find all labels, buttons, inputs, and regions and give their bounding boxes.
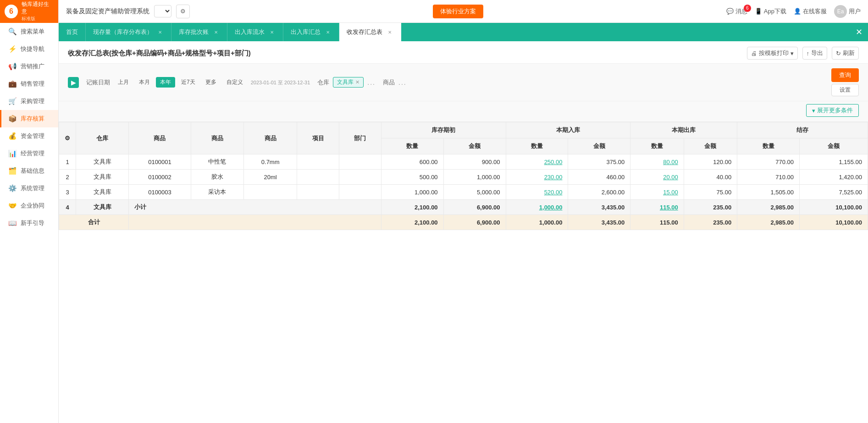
row-open-qty: 500.00 [381,170,443,185]
total-bal-qty: 2,985.00 [737,215,800,230]
tab-close-icon[interactable]: ✕ [156,28,164,36]
export-button[interactable]: ↑ 导出 [802,47,828,60]
row-in-qty[interactable]: 230.00 [506,170,568,185]
query-button[interactable]: 查询 [831,68,859,82]
table-settings-icon[interactable]: ⚙ [65,135,70,142]
tab-close-icon[interactable]: ✕ [324,28,332,36]
table-setting-button[interactable]: 设置 [831,84,859,96]
nav-icon: 🛒 [8,97,17,105]
row-in-qty[interactable]: 250.00 [506,154,568,170]
nav-label: 快捷导航 [21,45,44,53]
total-out-qty: 115.00 [630,215,684,230]
row-no: 1 [59,154,76,170]
row-in-amt: 375.00 [568,154,630,170]
tabbar-close-all[interactable]: ✕ [850,27,868,37]
date-option-本年[interactable]: 本年 [156,77,175,88]
row-no: 2 [59,170,76,185]
row-in-amt: 2,600.00 [568,185,630,200]
sidebar-item-采购管理[interactable]: 🛒采购管理 [0,93,58,110]
tab-close-icon[interactable]: ✕ [212,28,220,36]
warehouse-tag-close[interactable]: ✕ [355,79,359,85]
nav-icon: 📊 [8,149,17,158]
tab-4[interactable]: 出入库汇总✕ [283,23,339,41]
tab-1[interactable]: 现存量（库存分布表）✕ [86,23,171,41]
goods-filter-label: 商品 [383,78,395,87]
settings-icon[interactable]: ⚙ [176,5,190,18]
row-project [297,154,339,170]
expand-more-btn[interactable]: ▾ 展开更多条件 [806,104,859,117]
online-service-btn[interactable]: 👤 在线客服 [794,7,827,16]
sidebar-item-新手引导[interactable]: 📖新手引导 [0,214,58,232]
tab-label: 出入库汇总 [291,28,321,36]
row-out-qty[interactable]: 80.00 [630,154,684,170]
total-spacer [129,215,381,230]
date-option-更多[interactable]: 更多 [201,77,221,88]
refresh-button[interactable]: ↻ 刷新 [832,47,859,60]
page-content: 收发存汇总表(按仓库+商品编码+商品+规格型号+项目+部门) 🖨 按模板打印 ▾… [59,41,868,423]
nav-label: 销售管理 [21,80,44,88]
logo-name: 畅库通好生意 [22,1,54,15]
tab-label: 现存量（库存分布表） [93,28,153,36]
app-download-btn[interactable]: 📱 App下载 [755,7,786,16]
row-spec [243,185,297,200]
message-btn[interactable]: 💬 消息 6 [726,7,747,16]
nav-label: 基础信息 [21,167,44,175]
row-warehouse: 文具库 [76,170,129,185]
print-button[interactable]: 🖨 按模板打印 ▾ [747,47,798,60]
row-out-amt: 40.00 [684,170,737,185]
sidebar-item-销售管理[interactable]: 💼销售管理 [0,75,58,93]
nav-label: 新手引导 [21,219,44,227]
tab-3[interactable]: 出入库流水✕ [227,23,283,41]
expand-icon: ▾ [812,107,815,114]
date-option-上月[interactable]: 上月 [114,77,133,88]
col-settings[interactable]: ⚙ [59,122,76,154]
col-in-header: 本期入库 [506,122,630,138]
row-in-qty[interactable]: 520.00 [506,185,568,200]
sidebar-item-经营管理[interactable]: 📊经营管理 [0,145,58,162]
tab-close-icon[interactable]: ✕ [386,28,393,36]
sidebar-item-搜索菜单[interactable]: 🔍搜索菜单 [0,23,58,40]
tab-2[interactable]: 库存批次账✕ [171,23,227,41]
topbar: 装备及固定资产辅助管理系统 ⚙ 体验行业方案 💬 消息 6 📱 App下载 👤 … [59,0,868,23]
subtotal-row: 4 文具库 小计 2,100.00 6,900.00 1,000.00 3,43… [59,200,868,215]
sidebar-item-企业协同[interactable]: 🤝企业协同 [0,197,58,214]
table-row: 1 文具库 0100001 中性笔 0.7mm 600.00 900.00 25… [59,154,868,170]
tab-5[interactable]: 收发存汇总表✕ [339,23,401,41]
row-out-amt: 75.00 [684,185,737,200]
total-in-qty: 1,000.00 [506,215,568,230]
subtotal-open-qty: 2,100.00 [381,200,443,215]
subtotal-out-amt: 235.00 [684,200,737,215]
tab-0[interactable]: 首页 [59,23,86,41]
date-option-本月[interactable]: 本月 [135,77,154,88]
row-dept [339,154,381,170]
goods-more-btn[interactable]: ... [398,79,407,86]
col-warehouse-header: 仓库 [76,122,129,154]
trial-button[interactable]: 体验行业方案 [433,5,483,18]
sidebar-item-基础信息[interactable]: 🗂️基础信息 [0,162,58,180]
row-bal-amt: 1,420.00 [800,170,868,185]
filter-collapse-btn[interactable]: ▶ [68,77,79,88]
row-spec: 0.7mm [243,154,297,170]
sidebar-item-系统管理[interactable]: ⚙️系统管理 [0,180,58,197]
tab-close-icon[interactable]: ✕ [268,28,276,36]
nav-icon: 📢 [8,62,17,71]
expand-label: 展开更多条件 [817,106,853,115]
date-option-近7天[interactable]: 近7天 [177,77,199,88]
row-warehouse: 文具库 [76,185,129,200]
nav-label: 搜索菜单 [21,27,44,36]
date-option-自定义[interactable]: 自定义 [222,77,247,88]
tabbar: 首页现存量（库存分布表）✕库存批次账✕出入库流水✕出入库汇总✕收发存汇总表✕✕ [59,23,868,41]
row-project [297,170,339,185]
warehouse-more-btn[interactable]: ... [367,79,376,86]
col-open-qty: 数量 [381,138,443,154]
row-out-qty[interactable]: 15.00 [630,185,684,200]
filter-bar: ▶ 记账日期 上月本月本年近7天更多自定义 2023-01-01 至 2023-… [59,64,868,101]
system-select[interactable] [154,5,171,17]
user-menu[interactable]: Ea 用户 [834,5,861,18]
sidebar-item-营销推广[interactable]: 📢营销推广 [0,58,58,75]
nav-label: 企业协同 [21,202,44,210]
sidebar-item-快捷导航[interactable]: ⚡快捷导航 [0,40,58,58]
sidebar-item-资金管理[interactable]: 💰资金管理 [0,127,58,145]
row-out-qty[interactable]: 20.00 [630,170,684,185]
sidebar-item-库存核算[interactable]: 📦库存核算 [0,110,58,127]
